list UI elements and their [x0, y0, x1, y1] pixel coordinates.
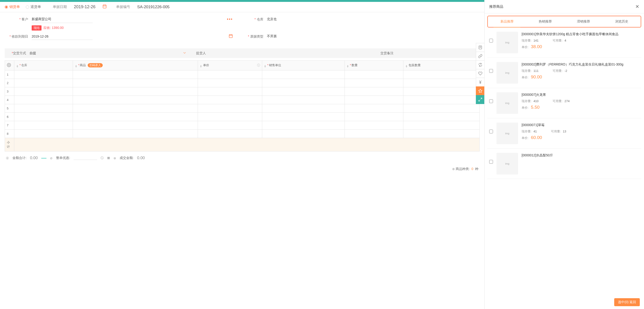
invoice-label: *票据类型 — [242, 35, 263, 39]
table-row[interactable]: 3 — [5, 87, 480, 96]
total-label: 金额合计: — [12, 156, 26, 160]
product-image: img — [496, 62, 518, 84]
close-icon[interactable]: ✕ — [635, 4, 639, 10]
product-image: img — [496, 32, 518, 53]
delivery-row: *交货方式 自提 提货人 交货备注 — [5, 48, 480, 58]
help-icon[interactable]: ⓘ — [100, 156, 104, 160]
customer-picker-icon[interactable]: ••• — [227, 17, 233, 22]
items-table: ▲▼*仓库 ▲▼*商品扫码录入 ▲▼单价ⓘ ▲▼*销售单位 ▲▼*数量 ▲▼包装… — [5, 60, 480, 151]
product-image: img — [496, 123, 518, 144]
chevron-down-icon[interactable] — [182, 51, 187, 56]
side-btn-notes-icon[interactable] — [476, 43, 484, 52]
types-suffix: 种 — [475, 167, 478, 171]
deal-icon: ⊛ — [114, 156, 116, 160]
side-btn-currency-icon[interactable] — [476, 78, 484, 87]
summary-row: ⊙ 商品种类: 0 种 — [0, 165, 484, 174]
recommend-panel: 推荐商品 ✕ 新品推荐 热销推荐 滞销推荐 浏览历史 img [0000001]… — [484, 0, 644, 309]
table-row[interactable]: 1 — [5, 71, 480, 79]
customer-label: *客户 — [7, 17, 28, 22]
table-row[interactable]: 5 — [5, 104, 480, 113]
product-checkbox[interactable] — [489, 39, 493, 43]
types-value: 0 — [472, 167, 473, 171]
table-row[interactable]: 2 — [5, 79, 480, 87]
side-btn-refresh-icon[interactable] — [476, 60, 484, 69]
product-title: [0000002]费列罗（FERRERO）巧克力礼盒装生日礼物礼盒装01-300… — [522, 62, 639, 67]
date-label: 单据日期 — [53, 5, 67, 9]
product-item: img [0000002]费列罗（FERRERO）巧克力礼盒装生日礼物礼盒装01… — [487, 58, 641, 88]
help-icon[interactable]: ⓘ — [257, 63, 260, 67]
receivable-text: 应收: 1390.00 — [44, 26, 64, 30]
customer-input[interactable]: 新盛商贸公司 — [32, 16, 93, 23]
warehouse-label: *仓库 — [242, 17, 263, 22]
calendar-icon[interactable] — [102, 4, 107, 10]
side-btn-star-icon[interactable] — [476, 86, 484, 95]
product-title: [0000012]水晶梨50斤 — [522, 153, 639, 158]
side-btn-bookmark-icon[interactable] — [476, 69, 484, 78]
side-btn-link-icon[interactable] — [476, 52, 484, 61]
warehouse-input[interactable]: 北京仓 — [267, 16, 328, 23]
settlement-tag-row: 现结 应收: 1390.00 — [32, 25, 477, 31]
product-item: img [0000012]水晶梨50斤 — [487, 149, 641, 179]
bottom-bar: ㊎ 金额合计: 0.00 — ⊘ 整单优惠: ⓘ = ⊛ 成交金额: 0.00 — [0, 151, 484, 165]
calendar-icon[interactable] — [229, 34, 233, 39]
panel-title: 推荐商品 — [489, 5, 503, 9]
side-toolbar — [476, 43, 484, 104]
product-checkbox[interactable] — [489, 69, 493, 74]
delivery-select[interactable]: 自提 — [30, 51, 76, 55]
deal-value: 0.00 — [137, 156, 145, 160]
radio-icon — [26, 6, 29, 9]
scan-badge[interactable]: 扫码录入 — [88, 63, 103, 67]
th-pack[interactable]: ▲▼包装数量 — [404, 61, 480, 71]
tab-label: 销货单 — [10, 5, 20, 9]
equals-icon: = — [107, 155, 110, 161]
pickup-label: 提货人 — [196, 51, 206, 55]
th-price[interactable]: ▲▼单价ⓘ — [198, 61, 262, 71]
product-checkbox[interactable] — [489, 99, 493, 104]
product-item: img [0000007]火龙果 现存量:410可用量:274 单价:5.50 — [487, 88, 641, 118]
recommend-tabs: 新品推荐 热销推荐 滞销推荐 浏览历史 — [487, 16, 641, 28]
tab-sales[interactable]: 销货单 — [5, 5, 20, 9]
due-date-input[interactable]: 2019-12-26 — [32, 33, 93, 40]
total-value: 0.00 — [30, 156, 38, 160]
delivery-label: *交货方式 — [12, 51, 26, 55]
tab-slow[interactable]: 滞销推荐 — [564, 16, 602, 27]
tab-hot[interactable]: 热销推荐 — [526, 16, 564, 27]
svg-line-19 — [479, 100, 480, 101]
discount-icon: ⊘ — [50, 156, 52, 160]
product-title: [0000007]火龙果 — [522, 92, 639, 97]
product-item: img [00000071]草莓 现存量:41可用量:13 单价:60.00 — [487, 118, 641, 149]
th-qty[interactable]: ▲▼*数量 — [344, 61, 403, 71]
table-row[interactable]: 7 — [5, 121, 480, 130]
th-warehouse[interactable]: ▲▼*仓库 — [14, 61, 73, 71]
th-product[interactable]: ▲▼*商品扫码录入 — [73, 61, 198, 71]
types-label: 商品种类: — [456, 167, 470, 171]
side-btn-expand-icon[interactable] — [476, 95, 484, 104]
product-image: img — [496, 153, 518, 174]
product-image: img — [496, 92, 518, 114]
settle-badge: 现结 — [32, 25, 42, 31]
svg-rect-4 — [229, 35, 232, 38]
tab-new[interactable]: 新品推荐 — [488, 16, 526, 27]
remark-label: 交货备注 — [380, 51, 394, 55]
minus-icon: — — [41, 155, 46, 161]
date-value[interactable]: 2019-12-26 — [74, 5, 96, 10]
svg-line-13 — [480, 81, 482, 82]
th-unit[interactable]: ▲▼*销售单位 — [262, 61, 344, 71]
discount-input[interactable] — [74, 156, 97, 160]
deal-label: 成交金额: — [120, 156, 134, 160]
svg-line-12 — [479, 81, 480, 82]
invoice-input[interactable]: 不开票 — [267, 33, 328, 40]
product-checkbox[interactable] — [489, 130, 493, 134]
table-row[interactable]: 6 — [5, 113, 480, 121]
radio-icon — [5, 6, 8, 9]
select-return-button[interactable]: 选中(0) 返回 — [614, 298, 640, 306]
product-checkbox[interactable] — [489, 160, 493, 164]
subtotal-label: 小计 — [5, 138, 14, 151]
product-title: [0000001]华美华夫软饼1200g 糕点零食小吃手撕面包早餐休闲食品 — [522, 32, 639, 37]
table-row[interactable]: 4 — [5, 96, 480, 104]
tab-history[interactable]: 浏览历史 — [602, 16, 641, 27]
svg-marker-17 — [479, 89, 482, 93]
table-row[interactable]: 8 — [5, 130, 480, 138]
gear-column[interactable] — [5, 61, 14, 71]
tab-return[interactable]: 退货单 — [26, 5, 41, 9]
